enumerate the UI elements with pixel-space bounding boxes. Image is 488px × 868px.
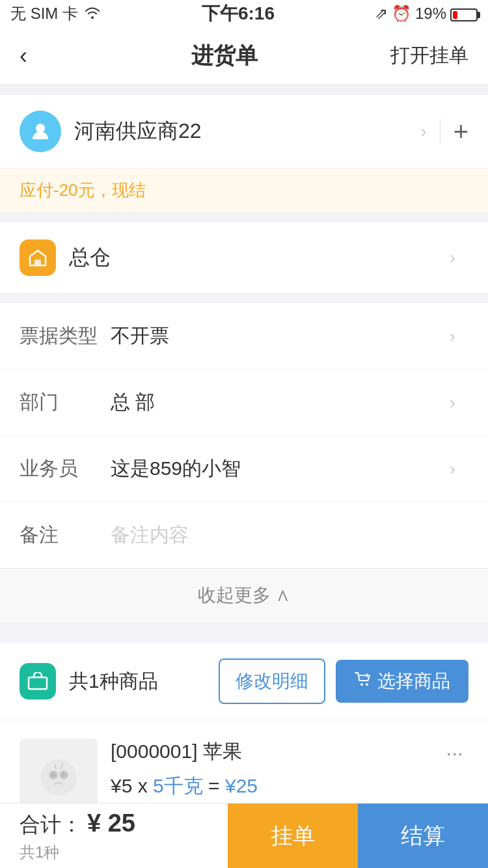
- supplier-notice: 应付-20元，现结: [0, 169, 488, 212]
- status-left: 无 SIM 卡: [10, 3, 102, 24]
- add-supplier-button[interactable]: +: [454, 118, 468, 144]
- vertical-divider: [440, 118, 441, 144]
- invoice-value: 不开票: [111, 323, 450, 349]
- svg-point-5: [40, 759, 77, 796]
- svg-point-8: [51, 772, 56, 778]
- total-amount: ¥ 25: [87, 809, 135, 837]
- total-main: 合计： ¥ 25: [20, 809, 208, 839]
- sales-row[interactable]: 业务员 这是859的小智 ›: [0, 436, 488, 502]
- edit-details-button[interactable]: 修改明细: [219, 658, 325, 704]
- alarm-icon: ⏰: [392, 5, 411, 23]
- svg-point-4: [366, 683, 368, 686]
- product-more-button[interactable]: ···: [441, 739, 468, 768]
- line-total: ¥25: [225, 775, 258, 796]
- equals-sign: =: [208, 775, 225, 796]
- separator-2: [0, 212, 488, 223]
- dept-value: 总 部: [111, 389, 450, 416]
- supplier-row[interactable]: 河南供应商22 › +: [0, 95, 488, 169]
- invoice-row[interactable]: 票据类型 不开票 ›: [0, 303, 488, 370]
- product-price: ¥5 x 5千克 = ¥25: [111, 773, 427, 800]
- bottom-bar: 合计： ¥ 25 共1种 挂单 结算: [0, 803, 488, 868]
- supplier-name: 河南供应商22: [74, 117, 420, 146]
- form-card: 票据类型 不开票 › 部门 总 部 › 业务员 这是859的小智 › 备注 备注…: [0, 303, 488, 568]
- product-count: 共1种商品: [69, 668, 219, 695]
- svg-point-9: [61, 772, 66, 778]
- remark-input[interactable]: 备注内容: [111, 522, 468, 549]
- select-product-label: 选择商品: [377, 669, 450, 694]
- remark-label: 备注: [20, 522, 111, 549]
- invoice-chevron: ›: [450, 326, 455, 347]
- nav-bar: ‹ 进货单 打开挂单: [0, 27, 488, 85]
- page-title: 进货单: [191, 41, 258, 71]
- svg-rect-2: [29, 677, 47, 689]
- product-header: 共1种商品 修改明细 选择商品: [0, 643, 488, 720]
- warehouse-chevron: ›: [450, 247, 455, 268]
- product-name: [0000001] 苹果: [111, 739, 427, 765]
- select-product-button[interactable]: 选择商品: [336, 660, 468, 703]
- quantity: 5千克: [153, 775, 203, 796]
- supplier-avatar: [20, 111, 61, 152]
- location-icon: ⇗: [375, 5, 388, 23]
- cart-icon: [354, 671, 372, 692]
- dept-row[interactable]: 部门 总 部 ›: [0, 370, 488, 436]
- multiply-sign: x: [138, 775, 153, 796]
- wifi-icon: [83, 5, 102, 23]
- warehouse-row[interactable]: 总仓 ›: [0, 223, 488, 293]
- status-time: 下午6:16: [202, 1, 275, 26]
- sales-value: 这是859的小智: [111, 455, 450, 482]
- invoice-label: 票据类型: [20, 323, 111, 349]
- sales-chevron: ›: [450, 459, 455, 480]
- warehouse-name: 总仓: [69, 243, 450, 272]
- svg-rect-1: [34, 260, 41, 265]
- battery-icon-container: [450, 5, 478, 23]
- separator-3: [0, 293, 488, 303]
- product-info: [0000001] 苹果 ¥5 x 5千克 = ¥25: [111, 739, 427, 800]
- supplier-card: 河南供应商22 › + 应付-20元，现结: [0, 95, 488, 212]
- open-pending-button[interactable]: 打开挂单: [390, 42, 468, 69]
- product-code: [0000001]: [111, 740, 197, 762]
- total-count: 共1种: [20, 842, 208, 863]
- separator-1: [0, 85, 488, 95]
- warehouse-icon: [20, 239, 56, 276]
- remark-row[interactable]: 备注 备注内容: [0, 502, 488, 568]
- total-section: 合计： ¥ 25 共1种: [0, 809, 228, 863]
- status-bar: 无 SIM 卡 下午6:16 ⇗ ⏰ 19%: [0, 0, 488, 27]
- hang-button[interactable]: 挂单: [228, 804, 358, 869]
- separator-4: [0, 622, 488, 632]
- dept-label: 部门: [20, 389, 111, 416]
- warehouse-card: 总仓 ›: [0, 223, 488, 293]
- checkout-button[interactable]: 结算: [358, 804, 488, 869]
- back-button[interactable]: ‹: [20, 42, 59, 70]
- battery-text: 19%: [415, 5, 446, 23]
- total-label: 合计：: [20, 811, 82, 839]
- status-right: ⇗ ⏰ 19%: [375, 5, 478, 23]
- carrier-text: 无 SIM 卡: [10, 3, 78, 24]
- dept-chevron: ›: [450, 392, 455, 413]
- supplier-chevron: ›: [420, 121, 426, 142]
- svg-point-3: [360, 683, 363, 686]
- product-icon: [20, 663, 56, 699]
- unit-price: ¥5: [111, 775, 132, 796]
- product-title: 苹果: [203, 740, 242, 762]
- svg-point-0: [36, 124, 45, 133]
- collapse-button[interactable]: 收起更多 ∧: [0, 568, 488, 622]
- sales-label: 业务员: [20, 455, 111, 482]
